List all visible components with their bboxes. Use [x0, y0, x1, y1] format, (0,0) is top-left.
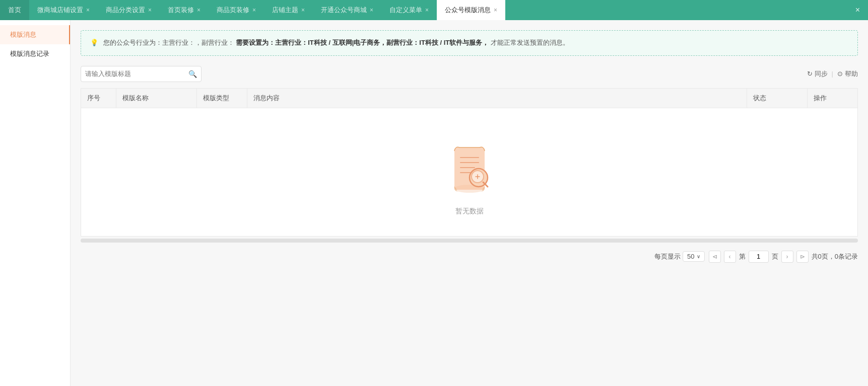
page-size-dropdown[interactable]: 50 ∨ [683, 251, 704, 262]
tab-template-msg[interactable]: 公众号模版消息 × [437, 0, 505, 20]
tab-home-decor[interactable]: 首页装修 × [160, 0, 209, 20]
sidebar: 模版消息 模版消息记录 [0, 20, 71, 386]
search-input[interactable] [85, 70, 188, 78]
last-page-button[interactable]: ⊳ [796, 251, 809, 263]
search-bar: 🔍 ↻ 同步 | ⊙ 帮助 [81, 66, 858, 82]
sync-button[interactable]: ↻ 同步 [807, 69, 828, 79]
sidebar-item-template-msg[interactable]: 模版消息 [0, 25, 70, 44]
tab-bar: 首页 微商城店铺设置 × 商品分类设置 × 首页装修 × 商品页装修 × 店铺主… [0, 0, 868, 20]
page-unit: 页 [772, 252, 778, 261]
sidebar-item-template-msg-record[interactable]: 模版消息记录 [0, 44, 70, 63]
search-icon[interactable]: 🔍 [188, 70, 197, 78]
data-table: 序号 模版名称 模版类型 消息内容 状态 操作 [81, 88, 858, 237]
first-page-button[interactable]: ⊲ [709, 251, 721, 263]
tab-category-settings[interactable]: 商品分类设置 × [98, 0, 160, 20]
search-input-wrap[interactable]: 🔍 [81, 66, 202, 82]
page-size-select: 每页显示 50 ∨ [654, 251, 704, 262]
page-size-label: 每页显示 [654, 252, 681, 261]
col-header-status: 状态 [747, 88, 808, 108]
col-header-content: 消息内容 [247, 88, 747, 108]
horizontal-scrollbar[interactable] [81, 239, 858, 243]
close-tab-category[interactable]: × [148, 7, 152, 14]
close-all-tabs[interactable]: × [847, 6, 868, 15]
current-page-input[interactable] [749, 251, 769, 263]
tab-product-decor[interactable]: 商品页装修 × [209, 0, 264, 20]
tab-store-theme[interactable]: 店铺主题 × [264, 0, 313, 20]
close-tab-product-decor[interactable]: × [252, 7, 256, 14]
prev-page-button[interactable]: ‹ [724, 251, 736, 263]
col-header-seq: 序号 [81, 88, 116, 108]
next-page-button[interactable]: › [781, 251, 793, 263]
pagination: 每页显示 50 ∨ ⊲ ‹ 第 页 › ⊳ 共0页，0条记录 [81, 245, 858, 265]
total-records: 共0页，0条记录 [812, 252, 858, 261]
empty-icon [439, 138, 500, 199]
close-tab-store-theme[interactable]: × [301, 7, 305, 14]
content-area: 💡 您的公众号行业为：主营行业：，副营行业： 需要设置为：主营行业：IT科技 /… [71, 20, 868, 386]
close-tab-template-msg[interactable]: × [494, 7, 497, 14]
close-tab-custom-menu[interactable]: × [425, 7, 429, 14]
main-layout: 模版消息 模版消息记录 💡 您的公众号行业为：主营行业：，副营行业： 需要设置为… [0, 20, 868, 386]
page-nav: ⊲ ‹ 第 页 › ⊳ 共0页，0条记录 [709, 251, 858, 263]
close-tab-store-settings[interactable]: × [86, 7, 90, 14]
close-tab-home-decor[interactable]: × [197, 7, 201, 14]
lightbulb-icon: 💡 [90, 39, 98, 46]
help-icon: ⊙ [837, 70, 843, 78]
col-header-name: 模版名称 [116, 88, 197, 108]
table-header-row: 序号 模版名称 模版类型 消息内容 状态 操作 [81, 88, 858, 108]
tab-custom-menu[interactable]: 自定义菜单 × [381, 0, 437, 20]
close-tab-wechat-store[interactable]: × [370, 7, 373, 14]
tab-open-wechat-store[interactable]: 开通公众号商城 × [313, 0, 381, 20]
sync-icon: ↻ [807, 70, 813, 78]
empty-state-row: 暂无数据 [81, 108, 858, 236]
scrollbar-track [81, 239, 858, 243]
toolbar-right: ↻ 同步 | ⊙ 帮助 [807, 69, 858, 79]
page-size-value: 50 [687, 253, 694, 260]
empty-text: 暂无数据 [81, 207, 857, 216]
chevron-down-icon: ∨ [697, 254, 700, 259]
notice-box: 💡 您的公众号行业为：主营行业：，副营行业： 需要设置为：主营行业：IT科技 /… [81, 30, 858, 56]
divider: | [832, 70, 833, 78]
tab-home[interactable]: 首页 [0, 0, 29, 20]
tab-store-settings[interactable]: 微商城店铺设置 × [29, 0, 98, 20]
page-label: 第 [739, 252, 746, 261]
empty-state: 暂无数据 [81, 108, 857, 236]
help-button[interactable]: ⊙ 帮助 [837, 69, 858, 79]
col-header-action: 操作 [808, 88, 858, 108]
col-header-type: 模版类型 [197, 88, 247, 108]
